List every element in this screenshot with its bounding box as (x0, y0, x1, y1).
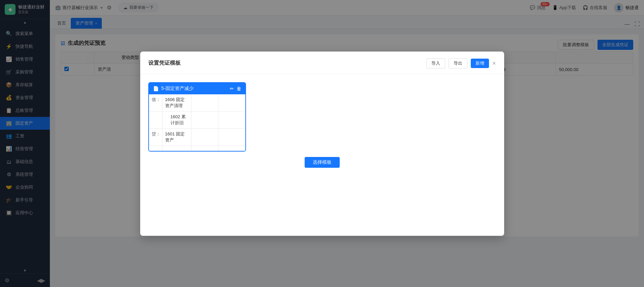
template-card-actions: ✏ 🗑 (230, 86, 241, 91)
modal-body: 📄 5-固定资产减少 ✏ 🗑 借： 1606 固定资产清理 (140, 74, 504, 236)
modal-header: 设置凭证模板 导入 导出 新增 × (140, 52, 504, 74)
tc-credit-4 (218, 146, 245, 151)
import-btn[interactable]: 导入 (426, 58, 445, 68)
select-template-btn[interactable]: 选择模板 (305, 157, 340, 168)
tc-credit-2 (218, 111, 245, 128)
tc-dir-3: 贷： (149, 129, 162, 146)
modal-header-actions: 导入 导出 新增 × (426, 58, 496, 68)
template-row-1: 借： 1606 固定资产清理 (149, 94, 245, 111)
tc-credit-3 (218, 129, 245, 146)
edit-template-icon[interactable]: ✏ (230, 86, 234, 91)
tc-debit-4 (191, 146, 218, 151)
tc-account-3: 1601 固定资产 (162, 129, 191, 146)
modal-title: 设置凭证模板 (148, 60, 181, 67)
modal-overlay[interactable]: 设置凭证模板 导入 导出 新增 × 📄 5-固定资产减少 ✏ 🗑 (0, 0, 644, 287)
tc-debit-3 (191, 129, 218, 146)
modal-close-btn[interactable]: × (492, 60, 496, 66)
tc-credit-1 (218, 94, 245, 111)
tc-debit-2 (191, 111, 218, 128)
tc-dir-1: 借： (149, 94, 162, 111)
tc-account-4 (162, 146, 191, 151)
template-card-header-left: 📄 5-固定资产减少 (153, 86, 194, 92)
template-doc-icon: 📄 (153, 86, 159, 91)
delete-template-icon[interactable]: 🗑 (237, 86, 241, 91)
template-card-header: 📄 5-固定资产减少 ✏ 🗑 (149, 83, 245, 94)
tc-account-1: 1606 固定资产清理 (162, 94, 191, 111)
template-row-3: 贷： 1601 固定资产 (149, 129, 245, 146)
template-row-4 (149, 146, 245, 151)
tc-dir-4 (149, 146, 162, 151)
tc-dir-2 (149, 111, 162, 128)
tc-debit-1 (191, 94, 218, 111)
template-name: 5-固定资产减少 (161, 86, 194, 92)
new-btn[interactable]: 新增 (471, 59, 489, 68)
export-btn[interactable]: 导出 (449, 58, 467, 68)
template-card-body: 借： 1606 固定资产清理 1602 累计折旧 贷： (149, 94, 245, 151)
tc-account-2: 1602 累计折旧 (162, 111, 191, 128)
template-row-2: 1602 累计折旧 (149, 111, 245, 129)
modal: 设置凭证模板 导入 导出 新增 × 📄 5-固定资产减少 ✏ 🗑 (140, 52, 504, 236)
template-card: 📄 5-固定资产减少 ✏ 🗑 借： 1606 固定资产清理 (148, 82, 246, 152)
